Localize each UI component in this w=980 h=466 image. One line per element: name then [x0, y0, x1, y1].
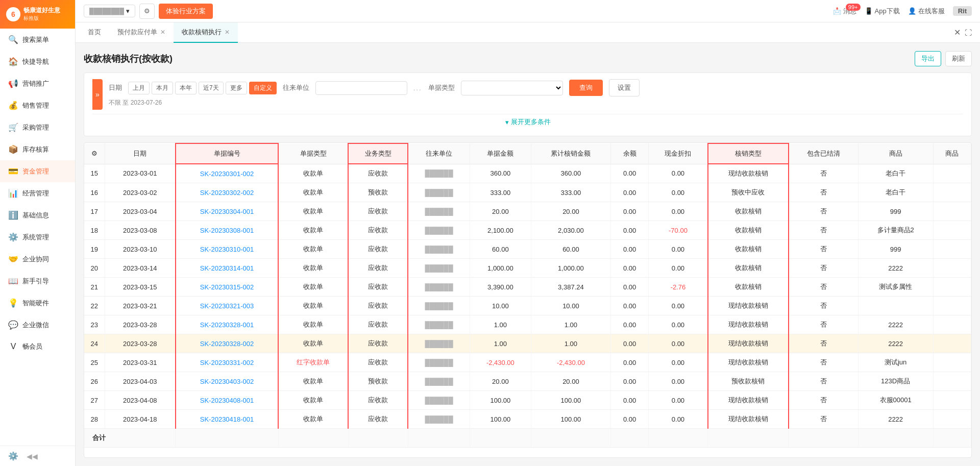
- sidebar-item-basic[interactable]: ℹ️ 基础信息: [0, 204, 75, 226]
- table-row: 252023-03-31SK-20230331-002红字收款单应收款█████…: [84, 353, 971, 372]
- online-service-btn[interactable]: 👤 在线客服: [908, 7, 945, 16]
- row-product2: [933, 353, 971, 372]
- row-voucher-no[interactable]: SK-20230310-001: [176, 240, 278, 259]
- row-writeoff: 3,387.24: [531, 278, 610, 297]
- row-writeoff: 2,030.00: [531, 221, 610, 240]
- row-no: 19: [84, 240, 105, 259]
- company-selector[interactable]: ████████ ▾: [84, 5, 135, 17]
- total-voucher-no: [176, 429, 278, 448]
- row-writeoff: 20.00: [531, 372, 610, 391]
- row-biz-type: 应收款: [348, 297, 408, 315]
- main-area: ████████ ▾ ⚙ 体验行业方案 📩 消息 99+ 📱 App下载 👤 在…: [76, 0, 980, 466]
- row-writeoff: 100.00: [531, 410, 610, 429]
- date-btn-this-month[interactable]: 本月: [152, 82, 173, 94]
- user-avatar[interactable]: Rit: [953, 6, 972, 16]
- sidebar-item-search[interactable]: 🔍 搜索菜单: [0, 29, 75, 51]
- row-date: 2023-04-03: [105, 372, 176, 391]
- voucher-type-select[interactable]: [461, 81, 563, 95]
- row-date: 2023-03-28: [105, 315, 176, 334]
- sidebar-item-hardware[interactable]: 💡 智能硬件: [0, 292, 75, 314]
- row-voucher-no[interactable]: SK-20230331-002: [176, 353, 278, 372]
- row-include-cleared: 否: [789, 164, 859, 183]
- sidebar-item-enterprise[interactable]: 🤝 企业协同: [0, 248, 75, 270]
- date-btn-this-year[interactable]: 本年: [175, 82, 197, 94]
- date-btn-custom[interactable]: 自定义: [249, 82, 277, 94]
- sidebar-settings-icon[interactable]: ⚙️: [8, 451, 18, 461]
- row-voucher-no[interactable]: SK-20230328-002: [176, 334, 278, 353]
- page-title: 收款核销执行(按收款): [84, 53, 173, 65]
- row-voucher-no[interactable]: SK-20230314-001: [176, 259, 278, 278]
- table-row: 222023-03-21SK-20230321-003收款单应收款██████1…: [84, 297, 971, 315]
- row-voucher-type: 收款单: [278, 278, 348, 297]
- message-btn[interactable]: 📩 消息 99+: [833, 7, 856, 16]
- row-voucher-no[interactable]: SK-20230403-002: [176, 372, 278, 391]
- sidebar-item-purchase[interactable]: 🛒 采购管理: [0, 116, 75, 138]
- row-voucher-type: 收款单: [278, 410, 348, 429]
- sidebar-label-enterprise: 企业协同: [22, 255, 49, 264]
- row-voucher-no[interactable]: SK-20230418-001: [176, 410, 278, 429]
- sidebar-item-finance[interactable]: 💳 资金管理: [0, 160, 75, 182]
- th-settings[interactable]: ⚙: [84, 143, 105, 164]
- row-voucher-no[interactable]: SK-20230301-002: [176, 164, 278, 183]
- row-voucher-no[interactable]: SK-20230408-001: [176, 391, 278, 410]
- sidebar-item-sales[interactable]: 💰 销售管理: [0, 94, 75, 116]
- guide-icon: 📖: [8, 276, 18, 286]
- page-actions: 导出 刷新: [915, 51, 972, 66]
- row-voucher-no[interactable]: SK-20230315-002: [176, 278, 278, 297]
- page-header: 收款核销执行(按收款) 导出 刷新: [84, 51, 972, 66]
- row-voucher-no[interactable]: SK-20230321-003: [176, 297, 278, 315]
- th-biz-type: 业务类型: [348, 143, 408, 164]
- partner-input[interactable]: [315, 81, 407, 95]
- row-voucher-no[interactable]: SK-20230304-001: [176, 202, 278, 221]
- industry-btn[interactable]: 体验行业方案: [159, 4, 213, 19]
- tab-collection-close[interactable]: ✕: [225, 29, 230, 36]
- online-service-label: 在线客服: [918, 7, 945, 16]
- tab-close-icon[interactable]: ✕: [954, 28, 961, 37]
- tab-home[interactable]: 首页: [80, 22, 109, 43]
- table-row: 272023-04-08SK-20230408-001收款单应收款██████1…: [84, 391, 971, 410]
- row-no: 25: [84, 353, 105, 372]
- expand-more-btn[interactable]: ▾ 展开更多条件: [92, 114, 963, 130]
- export-btn[interactable]: 导出: [915, 51, 941, 66]
- gear-button[interactable]: ⚙: [139, 4, 155, 19]
- app-download-btn[interactable]: 📱 App下载: [865, 7, 900, 16]
- row-include-cleared: 否: [789, 202, 859, 221]
- sidebar-item-operation[interactable]: 📊 经营管理: [0, 182, 75, 204]
- sidebar-collapse-icon[interactable]: ◀◀: [27, 452, 38, 460]
- sidebar-item-inventory[interactable]: 📦 库存核算: [0, 138, 75, 160]
- row-voucher-no[interactable]: SK-20230328-001: [176, 315, 278, 334]
- query-btn[interactable]: 查询: [569, 80, 603, 96]
- row-voucher-no[interactable]: SK-20230302-002: [176, 183, 278, 202]
- marketing-icon: 📢: [8, 79, 18, 88]
- topbar-right: 📩 消息 99+ 📱 App下载 👤 在线客服 Rit: [833, 6, 972, 16]
- sidebar-item-marketing[interactable]: 📢 营销推广: [0, 72, 75, 94]
- date-btn-more[interactable]: 更多: [226, 82, 247, 94]
- refresh-btn[interactable]: 刷新: [945, 51, 972, 66]
- filter-settings-btn[interactable]: 设置: [609, 79, 640, 96]
- sidebar-item-wechat[interactable]: 💬 企业微信: [0, 314, 75, 336]
- tab-prepay-close[interactable]: ✕: [160, 29, 165, 36]
- row-voucher-no[interactable]: SK-20230308-001: [176, 221, 278, 240]
- member-icon: V: [8, 342, 18, 351]
- table-row: 162023-03-02SK-20230302-002收款单预收款██████3…: [84, 183, 971, 202]
- tab-fullscreen-icon[interactable]: ⛶: [965, 29, 972, 37]
- row-no: 18: [84, 221, 105, 240]
- row-date: 2023-03-31: [105, 353, 176, 372]
- sidebar-label-guide: 新手引导: [22, 277, 49, 286]
- finance-icon: 💳: [8, 166, 18, 176]
- tab-collection-label: 收款核销执行: [182, 28, 222, 37]
- sidebar-item-system[interactable]: ⚙️ 系统管理: [0, 226, 75, 248]
- expand-arrow[interactable]: »: [92, 79, 103, 110]
- tab-prepay[interactable]: 预付款应付单 ✕: [109, 22, 174, 43]
- row-no: 24: [84, 334, 105, 353]
- tab-collection[interactable]: 收款核销执行 ✕: [174, 22, 238, 43]
- row-no: 26: [84, 372, 105, 391]
- row-product: 2222: [858, 334, 933, 353]
- sidebar-item-quick-nav[interactable]: 🏠 快捷导航: [0, 51, 75, 72]
- sidebar-item-guide[interactable]: 📖 新手引导: [0, 270, 75, 292]
- sidebar-item-member[interactable]: V 畅会员: [0, 336, 75, 357]
- date-btn-last-month[interactable]: 上月: [128, 82, 150, 94]
- date-btn-7days[interactable]: 近7天: [199, 82, 224, 94]
- row-include-cleared: 否: [789, 391, 859, 410]
- sidebar-label-operation: 经营管理: [22, 189, 49, 198]
